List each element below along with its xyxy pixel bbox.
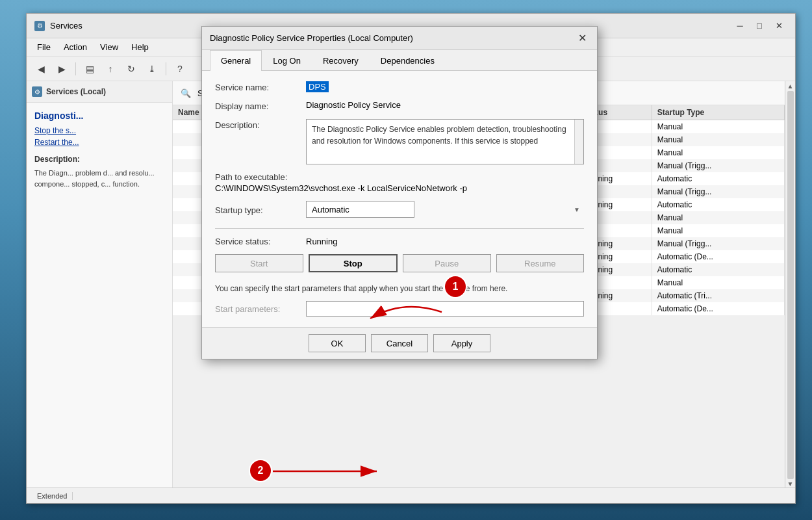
params-row: Start parameters: — [215, 301, 584, 317]
dialog-title: Diagnostic Policy Service Properties (Lo… — [210, 33, 413, 43]
display-name-value: Diagnostic Policy Service — [306, 100, 584, 110]
annotation-2: 2 — [250, 460, 271, 481]
stop-button[interactable]: Stop — [309, 254, 398, 272]
help-button[interactable]: ? — [171, 60, 189, 77]
sidebar-label: Services (Local) — [46, 87, 106, 96]
tab-general[interactable]: General — [210, 50, 262, 71]
tab-dependencies[interactable]: Dependencies — [370, 50, 446, 71]
startup-label: Startup type: — [215, 204, 306, 215]
startup-select[interactable]: Automatic Automatic (Delayed Start) Manu… — [306, 201, 414, 218]
export-button[interactable]: ⤓ — [143, 60, 161, 77]
display-name-row: Display name: Diagnostic Policy Service — [215, 100, 584, 111]
show-hide-button[interactable]: ▤ — [81, 60, 99, 77]
forward-button[interactable]: ▶ — [53, 60, 71, 77]
up-button[interactable]: ↑ — [101, 60, 120, 77]
sidebar-stop-link[interactable]: Stop the s... — [34, 126, 164, 135]
tab-logon[interactable]: Log On — [262, 50, 312, 71]
apply-button[interactable]: Apply — [433, 334, 490, 352]
titlebar-left: ⚙ Services — [34, 21, 82, 31]
sidebar-desc-text: The Diagn... problem d... and resolu... … — [34, 168, 164, 189]
main-scrollbar[interactable]: ▲ ▼ — [785, 81, 795, 488]
refresh-button[interactable]: ↻ — [122, 60, 140, 77]
annotation-1-label: 1 — [453, 281, 459, 292]
toolbar-divider-2 — [166, 62, 166, 75]
startup-select-wrapper: Automatic Automatic (Delayed Start) Manu… — [306, 201, 584, 218]
resume-button[interactable]: Resume — [496, 254, 585, 272]
back-button[interactable]: ◀ — [32, 60, 50, 77]
search-icon: 🔍 — [178, 85, 194, 101]
service-status-row: Service status: Running — [215, 237, 584, 246]
desc-scrollbar[interactable] — [574, 120, 583, 164]
service-name-label: Service name: — [215, 81, 306, 92]
sidebar-desc-title: Description: — [34, 155, 164, 164]
dialog-close-button[interactable]: ✕ — [575, 31, 589, 46]
tab-recovery[interactable]: Recovery — [312, 50, 370, 71]
menu-help[interactable]: Help — [126, 41, 154, 53]
service-name-row: Service name: DPS — [215, 81, 584, 92]
scroll-down-arrow[interactable]: ▼ — [787, 480, 794, 488]
status-value: Running — [306, 237, 337, 246]
sidebar-links: Stop the s... Restart the... — [34, 126, 164, 147]
path-value: C:\WINDOWS\System32\svchost.exe -k Local… — [215, 183, 584, 193]
service-name-value: DPS — [306, 81, 329, 92]
separator — [215, 228, 584, 229]
menu-view[interactable]: View — [95, 41, 123, 53]
close-button[interactable]: ✕ — [770, 19, 787, 33]
params-note: You can specify the start parameters tha… — [215, 283, 584, 294]
service-buttons-row: Start Stop Pause Resume — [215, 254, 584, 272]
display-name-label: Display name: — [215, 100, 306, 111]
params-input[interactable] — [306, 301, 584, 317]
services-statusbar: Extended — [27, 488, 795, 503]
services-icon: ⚙ — [34, 21, 45, 31]
startup-row: Startup type: Automatic Automatic (Delay… — [215, 201, 584, 218]
dialog-tabs: General Log On Recovery Dependencies — [202, 50, 597, 71]
sidebar-service-name: Diagnosti... — [34, 110, 164, 121]
menu-action[interactable]: Action — [58, 41, 92, 53]
services-title: Services — [50, 21, 82, 31]
window-controls: ─ □ ✕ — [731, 19, 787, 33]
sidebar-header: ⚙ Services (Local) — [27, 81, 172, 103]
toolbar-divider-1 — [75, 62, 76, 75]
menu-file[interactable]: File — [32, 41, 56, 53]
path-row: Path to executable: C:\WINDOWS\System32\… — [215, 172, 584, 193]
pause-button[interactable]: Pause — [403, 254, 491, 272]
dialog-footer: OK Cancel Apply — [202, 327, 597, 359]
col-startup[interactable]: Startup Type — [652, 105, 784, 120]
sidebar-content: Diagnosti... Stop the s... Restart the..… — [27, 103, 172, 488]
dialog-body: Service name: DPS Display name: Diagnost… — [202, 71, 597, 327]
services-sidebar: ⚙ Services (Local) Diagnosti... Stop the… — [27, 81, 173, 488]
description-label: Description: — [215, 119, 306, 130]
annotation-1: 1 — [445, 276, 466, 297]
description-box: The Diagnostic Policy Service enables pr… — [306, 119, 584, 164]
sidebar-icon: ⚙ — [32, 86, 42, 97]
start-button[interactable]: Start — [215, 254, 303, 272]
scroll-thumb[interactable] — [787, 91, 794, 479]
ok-button[interactable]: OK — [309, 334, 366, 352]
annotation-2-label: 2 — [258, 465, 264, 476]
cancel-button[interactable]: Cancel — [371, 334, 428, 352]
minimize-button[interactable]: ─ — [731, 19, 748, 33]
sidebar-restart-link[interactable]: Restart the... — [34, 138, 164, 147]
status-label: Service status: — [215, 237, 306, 246]
scroll-up-arrow[interactable]: ▲ — [787, 83, 794, 90]
path-label: Path to executable: — [215, 172, 584, 182]
select-arrow-icon: ▼ — [574, 206, 580, 213]
maximize-button[interactable]: □ — [751, 19, 768, 33]
description-row: Description: The Diagnostic Policy Servi… — [215, 119, 584, 164]
description-text: The Diagnostic Policy Service enables pr… — [312, 125, 566, 146]
properties-dialog: Diagnostic Policy Service Properties (Lo… — [201, 26, 598, 359]
dialog-titlebar: Diagnostic Policy Service Properties (Lo… — [202, 27, 597, 50]
params-label: Start parameters: — [215, 304, 306, 314]
statusbar-extended[interactable]: Extended — [32, 492, 73, 500]
